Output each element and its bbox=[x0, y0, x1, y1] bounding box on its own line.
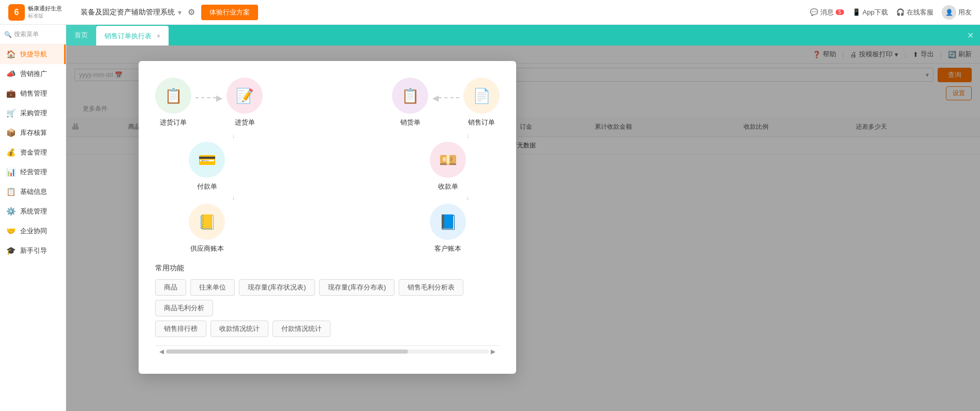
down-arrow-receipt: ↓ bbox=[466, 193, 470, 202]
window-close-icon[interactable]: ✕ bbox=[967, 31, 974, 40]
brand-name: 畅康通好生意 bbox=[28, 5, 62, 12]
flow-row-1: 📋 进货订单 ▶ 📝 进货单 bbox=[155, 78, 500, 127]
marketing-icon: 📣 bbox=[6, 69, 16, 79]
sidebar-item-label: 企业协同 bbox=[20, 226, 47, 236]
sidebar-item-label: 资金管理 bbox=[20, 148, 47, 157]
sale-order-label: 销售订单 bbox=[468, 118, 495, 127]
message-label: 消息 bbox=[820, 8, 834, 17]
flow-down-arrows-2: ↓ ↓ bbox=[155, 193, 500, 202]
app-icon: 📱 bbox=[852, 8, 861, 16]
customer-ledger-label: 客户账本 bbox=[434, 244, 461, 253]
sidebar-item-finance[interactable]: 💰 资金管理 bbox=[0, 143, 66, 162]
common-functions-title: 常用功能 bbox=[155, 264, 500, 273]
flow-row-3: 📒 供应商账本 📘 客户账本 bbox=[155, 204, 500, 253]
sidebar-item-label: 新手引导 bbox=[20, 246, 47, 255]
sidebar-item-quick[interactable]: 🏠 快捷导航 bbox=[0, 44, 66, 64]
active-tab-label: 销售订单执行表 bbox=[104, 32, 152, 41]
func-buttons-row-2: 销售排行榜 收款情况统计 付款情况统计 bbox=[155, 321, 500, 337]
sidebar-item-purchase[interactable]: 🛒 采购管理 bbox=[0, 103, 66, 123]
flow-receipt[interactable]: 💴 收款单 bbox=[430, 142, 466, 191]
sidebar-item-inventory[interactable]: 📦 库存核算 bbox=[0, 123, 66, 143]
message-button[interactable]: 💬 消息 5 bbox=[810, 8, 844, 17]
trial-button[interactable]: 体验行业方案 bbox=[201, 5, 258, 20]
sidebar-item-label: 采购管理 bbox=[20, 109, 47, 118]
tab-bar: 首页 销售订单执行表 × ✕ bbox=[66, 25, 980, 45]
sidebar-item-basic[interactable]: 📋 基础信息 bbox=[0, 182, 66, 202]
settings-icon[interactable]: ⚙ bbox=[188, 7, 195, 17]
flow-sale-bill[interactable]: 📋 销货单 bbox=[392, 78, 428, 127]
supplier-ledger-circle: 📒 bbox=[189, 204, 225, 240]
app-download-button[interactable]: 📱 App下载 bbox=[852, 8, 888, 17]
receipt-circle: 💴 bbox=[430, 142, 466, 178]
sidebar-item-sales[interactable]: 💼 销售管理 bbox=[0, 84, 66, 103]
sidebar-item-label: 快捷导航 bbox=[20, 50, 47, 59]
system-icon: ⚙️ bbox=[6, 207, 16, 216]
purchase-bill-circle: 📝 bbox=[227, 78, 263, 114]
sidebar-item-newbie[interactable]: 🎓 新手引导 bbox=[0, 241, 66, 261]
func-btn-sales-rank[interactable]: 销售排行榜 bbox=[155, 321, 206, 337]
quick-icon: 🏠 bbox=[6, 50, 16, 59]
search-icon: 🔍 bbox=[4, 31, 12, 38]
corp-icon: 🤝 bbox=[6, 226, 16, 236]
sale-bill-circle: 📋 bbox=[392, 78, 428, 114]
flow-payment[interactable]: 💳 付款单 bbox=[189, 142, 225, 191]
brand-sub: 标准版 bbox=[28, 12, 62, 20]
sidebar: 🔍 搜索菜单 🏠 快捷导航 📣 营销推广 💼 销售管理 🛒 采购管理 bbox=[0, 25, 66, 411]
func-btn-goods[interactable]: 商品 bbox=[155, 279, 186, 296]
service-button[interactable]: 🎧 在线客服 bbox=[896, 8, 933, 17]
system-dropdown-icon[interactable]: ▾ bbox=[178, 8, 182, 17]
sidebar-item-system[interactable]: ⚙️ 系统管理 bbox=[0, 202, 66, 221]
basic-icon: 📋 bbox=[6, 187, 16, 196]
purchase-order-label: 进货订单 bbox=[160, 118, 187, 127]
sidebar-search[interactable]: 🔍 搜索菜单 bbox=[0, 25, 66, 44]
flow-purchase-bill[interactable]: 📝 进货单 bbox=[227, 78, 263, 127]
user-menu[interactable]: 👤 用友 bbox=[942, 5, 972, 20]
func-btn-goods-gross[interactable]: 商品毛利分析 bbox=[155, 300, 213, 316]
flow-left-pair: 📋 进货订单 ▶ 📝 进货单 bbox=[155, 78, 263, 127]
scroll-track[interactable] bbox=[166, 349, 489, 354]
username-label: 用友 bbox=[958, 8, 972, 17]
flow-supplier-ledger[interactable]: 📒 供应商账本 bbox=[189, 204, 225, 253]
receipt-label: 收款单 bbox=[438, 182, 458, 191]
flow-customer-ledger[interactable]: 📘 客户账本 bbox=[430, 204, 466, 253]
modal-overlay[interactable]: 📋 进货订单 ▶ 📝 进货单 bbox=[66, 45, 980, 411]
scroll-right-icon[interactable]: ▶ bbox=[491, 348, 495, 355]
message-badge: 5 bbox=[836, 9, 844, 15]
tab-sales-order[interactable]: 销售订单执行表 × bbox=[96, 26, 169, 47]
purchase-bill-label: 进货单 bbox=[235, 118, 255, 127]
tab-close-icon[interactable]: × bbox=[157, 33, 160, 40]
system-name: 装备及固定资产辅助管理系统 bbox=[81, 8, 175, 17]
top-right-actions: 💬 消息 5 📱 App下载 🎧 在线客服 👤 用友 bbox=[810, 5, 972, 20]
content-area: 首页 销售订单执行表 × ✕ ❓ 帮助 | bbox=[66, 25, 980, 411]
search-label: 搜索菜单 bbox=[14, 30, 39, 39]
logo-icon: 6 bbox=[8, 4, 25, 21]
func-btn-payment-stat[interactable]: 付款情况统计 bbox=[273, 321, 330, 337]
arrow-left-1: ◀ bbox=[428, 93, 463, 103]
scroll-left-icon[interactable]: ◀ bbox=[159, 348, 164, 355]
sidebar-item-label: 销售管理 bbox=[20, 89, 47, 98]
system-title: 装备及固定资产辅助管理系统 ▾ bbox=[81, 8, 182, 17]
flow-sale-order[interactable]: 📄 销售订单 bbox=[463, 78, 500, 127]
sidebar-item-operation[interactable]: 📊 经营管理 bbox=[0, 162, 66, 182]
operation-icon: 📊 bbox=[6, 168, 16, 177]
scroll-area: ◀ ▶ bbox=[155, 345, 500, 357]
flow-purchase-order[interactable]: 📋 进货订单 bbox=[155, 78, 191, 127]
purchase-order-circle: 📋 bbox=[155, 78, 191, 114]
inventory-icon: 📦 bbox=[6, 128, 16, 138]
tab-home[interactable]: 首页 bbox=[66, 25, 96, 45]
func-btn-stock-status[interactable]: 现存量(库存状况表) bbox=[239, 279, 315, 296]
func-btn-stock-dist[interactable]: 现存量(库存分布表) bbox=[319, 279, 395, 296]
down-arrow-payment: ↓ bbox=[232, 193, 235, 202]
message-icon: 💬 bbox=[810, 8, 818, 16]
sidebar-item-label: 基础信息 bbox=[20, 187, 47, 196]
newbie-icon: 🎓 bbox=[6, 246, 16, 255]
func-btn-partners[interactable]: 往来单位 bbox=[190, 279, 235, 296]
flow-row-2: 💳 付款单 💴 收款单 bbox=[155, 142, 500, 191]
service-label: 在线客服 bbox=[907, 8, 933, 17]
func-buttons-row-1: 商品 往来单位 现存量(库存状况表) 现存量(库存分布表) 销售毛利分析表 商品… bbox=[155, 279, 500, 316]
avatar: 👤 bbox=[942, 5, 956, 20]
sidebar-item-corp[interactable]: 🤝 企业协同 bbox=[0, 221, 66, 241]
sidebar-item-marketing[interactable]: 📣 营销推广 bbox=[0, 64, 66, 84]
func-btn-receipt-stat[interactable]: 收款情况统计 bbox=[210, 321, 268, 337]
func-btn-sales-gross[interactable]: 销售毛利分析表 bbox=[399, 279, 463, 296]
